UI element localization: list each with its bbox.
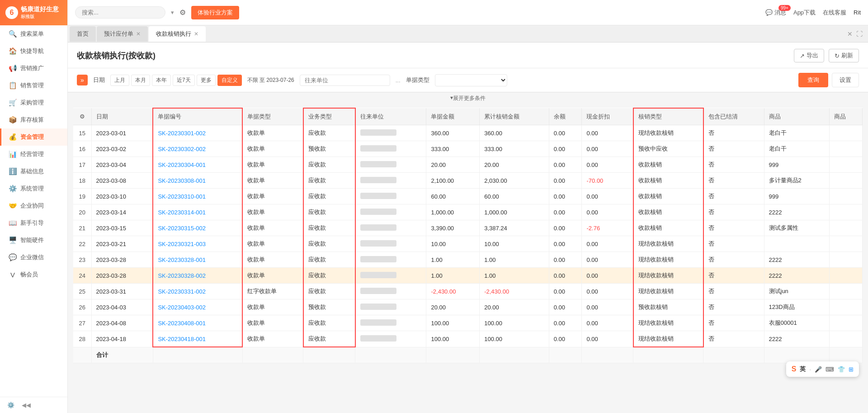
tab-prepay[interactable]: 预计应付单 ✕ — [97, 26, 148, 42]
table-row: 20 2023-03-14 SK-20230314-001 收款单 应收款 1,… — [73, 204, 863, 220]
cell-partner — [355, 268, 426, 284]
cell-writeoff-amount: 20.00 — [480, 157, 549, 173]
cell-balance: 0.00 — [549, 315, 582, 331]
gear-icon[interactable]: ⚙ — [179, 8, 186, 17]
cell-writeoff-type: 现结收款核销 — [633, 125, 703, 141]
date-btn-7days[interactable]: 近7天 — [173, 75, 195, 86]
bill-no-link[interactable]: SK-20230321-003 — [158, 241, 206, 247]
tab-writeoff[interactable]: 收款核销执行 ✕ — [149, 26, 206, 42]
tab-close-all-icon[interactable]: ✕ — [847, 30, 853, 38]
sidebar-item-企业协同[interactable]: 🤝企业协同 — [0, 197, 67, 214]
bill-no-link[interactable]: SK-20230328-001 — [158, 256, 206, 263]
bill-type-select[interactable] — [435, 74, 507, 86]
sidebar-item-营销推广[interactable]: 📢营销推广 — [0, 60, 67, 77]
col-setting[interactable]: ⚙ — [73, 108, 91, 125]
date-btn-this-month[interactable]: 本月 — [131, 75, 150, 86]
export-button[interactable]: ↗ 导出 — [794, 49, 824, 62]
date-btn-this-year[interactable]: 本年 — [152, 75, 171, 86]
sidebar-item-资金管理[interactable]: 💰资金管理 — [0, 128, 67, 146]
cell-included: 否 — [703, 189, 764, 204]
cell-biz-type: 应收款 — [303, 284, 355, 299]
cell-balance: 0.00 — [549, 204, 582, 220]
sidebar-item-销售管理[interactable]: 📋销售管理 — [0, 77, 67, 94]
cell-date: 2023-03-14 — [91, 204, 153, 220]
user-name[interactable]: Rit — [854, 9, 861, 16]
cell-partner — [355, 331, 426, 347]
sidebar-item-搜索菜单[interactable]: 🔍搜索菜单 — [0, 25, 67, 43]
partner-input[interactable] — [300, 75, 390, 86]
tab-expand-icon[interactable]: ⛶ — [856, 30, 863, 38]
floating-shirt-icon[interactable]: 👕 — [838, 366, 845, 373]
table-row: 17 2023-03-04 SK-20230304-001 收款单 应收款 20… — [73, 157, 863, 173]
sidebar-item-经营管理[interactable]: 📊经营管理 — [0, 146, 67, 163]
cell-cash-discount: 0.00 — [582, 125, 633, 141]
message-btn[interactable]: 💬 消息 99+ — [765, 9, 786, 17]
sidebar-item-系统管理[interactable]: ⚙️系统管理 — [0, 180, 67, 197]
date-btn-custom[interactable]: 自定义 — [217, 75, 242, 86]
cell-writeoff-type: 现结收款核销 — [633, 252, 703, 268]
sidebar-item-企业微信[interactable]: 💬企业微信 — [0, 249, 67, 266]
bill-no-link[interactable]: SK-20230301-002 — [158, 130, 206, 137]
expand-conditions[interactable]: ▾ 展开更多条件 — [68, 92, 868, 104]
cell-bill-type: 收款单 — [242, 173, 303, 189]
sidebar-item-采购管理[interactable]: 🛒采购管理 — [0, 94, 67, 111]
date-btn-last-month[interactable]: 上月 — [110, 75, 129, 86]
date-btn-more[interactable]: 更多 — [197, 75, 216, 86]
cell-product2 — [830, 125, 863, 141]
bill-no-link[interactable]: SK-20230403-002 — [158, 304, 206, 311]
bill-no-link[interactable]: SK-20230308-001 — [158, 177, 206, 184]
cell-biz-type: 应收款 — [303, 220, 355, 236]
cell-product1: 衣服00001 — [764, 315, 830, 331]
online-service-btn[interactable]: 在线客服 — [823, 9, 846, 17]
app-download-btn[interactable]: App下载 — [793, 9, 816, 17]
chevron-down-icon[interactable]: ▾ — [171, 9, 174, 16]
bill-no-link[interactable]: SK-20230314-001 — [158, 209, 206, 216]
tab-writeoff-close[interactable]: ✕ — [194, 31, 198, 37]
bill-no-link[interactable]: SK-20230331-002 — [158, 288, 206, 295]
table-row: 24 2023-03-28 SK-20230328-002 收款单 应收款 1.… — [73, 268, 863, 284]
tab-home[interactable]: 首页 — [70, 26, 96, 42]
cell-cash-discount: 0.00 — [582, 268, 633, 284]
bill-no-link[interactable]: SK-20230408-001 — [158, 320, 206, 327]
bill-no-link[interactable]: SK-20230328-002 — [158, 272, 206, 279]
search-input[interactable] — [75, 6, 165, 19]
bill-no-link[interactable]: SK-20230315-002 — [158, 225, 206, 232]
cell-amount: 100.00 — [426, 315, 480, 331]
bill-no-link[interactable]: SK-20230302-002 — [158, 146, 206, 152]
bill-no-link[interactable]: SK-20230418-001 — [158, 336, 206, 342]
floating-dot-icon[interactable]: · — [809, 366, 811, 373]
floating-mic-icon[interactable]: 🎤 — [815, 366, 822, 373]
sidebar-item-库存核算[interactable]: 📦库存核算 — [0, 111, 67, 128]
refresh-button[interactable]: ↻ 刷新 — [829, 49, 859, 62]
sidebar-item-快捷导航[interactable]: 🏠快捷导航 — [0, 43, 67, 60]
cell-product2 — [830, 204, 863, 220]
sidebar-item-新手引导[interactable]: 📖新手引导 — [0, 214, 67, 232]
nav-icon: 📊 — [9, 150, 17, 158]
filter-toggle-btn[interactable]: » — [77, 75, 88, 85]
cell-balance: 0.00 — [549, 236, 582, 252]
bill-no-link[interactable]: SK-20230304-001 — [158, 161, 206, 168]
cell-cash-discount: 0.00 — [582, 236, 633, 252]
bill-no-link[interactable]: SK-20230310-001 — [158, 193, 206, 200]
nav-icon: 📋 — [9, 81, 17, 90]
collapse-icon[interactable]: ◀◀ — [22, 402, 31, 408]
cell-product2 — [830, 315, 863, 331]
query-button[interactable]: 查询 — [798, 73, 828, 87]
floating-grid-icon[interactable]: ⊞ — [849, 366, 854, 373]
cell-amount: -2,430.00 — [426, 284, 480, 299]
sidebar-item-智能硬件[interactable]: 🖥️智能硬件 — [0, 232, 67, 249]
sidebar-item-畅会员[interactable]: V畅会员 — [0, 266, 67, 283]
settings-icon[interactable]: ⚙️ — [7, 402, 14, 408]
floating-keyboard-icon[interactable]: ⌨ — [826, 366, 834, 373]
cell-date: 2023-03-02 — [91, 141, 153, 157]
cell-date: 2023-03-08 — [91, 173, 153, 189]
date-buttons: 上月 本月 本年 近7天 更多 自定义 — [110, 75, 242, 86]
nav-icon: V — [9, 271, 17, 279]
cell-included: 否 — [703, 173, 764, 189]
industry-btn[interactable]: 体验行业方案 — [191, 6, 239, 19]
floating-en-icon[interactable]: 英 — [800, 365, 806, 373]
sidebar-item-基础信息[interactable]: ℹ️基础信息 — [0, 163, 67, 180]
nav-icon: 💬 — [9, 253, 17, 261]
settings-button[interactable]: 设置 — [832, 73, 859, 87]
tab-prepay-close[interactable]: ✕ — [136, 31, 141, 37]
